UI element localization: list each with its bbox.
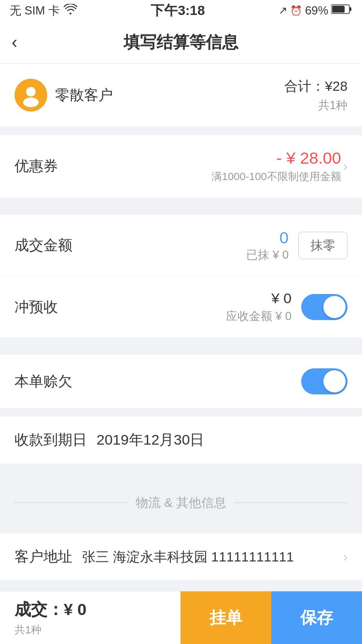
logistics-line-left <box>14 503 128 503</box>
no-sim-text: 无 SIM 卡 <box>10 3 60 18</box>
location-icon: ↗ <box>278 4 287 17</box>
coupon-amount: - ¥ 28.00 <box>211 149 341 168</box>
transaction-amount-value[interactable]: 0 <box>246 228 289 247</box>
total-amount: 合计：¥28 <box>284 77 348 96</box>
bottom-bar: 成交：¥ 0 共1种 挂单 保存 <box>0 591 362 644</box>
svg-rect-1 <box>349 7 351 11</box>
page-title: 填写结算等信息 <box>124 31 238 54</box>
bottom-summary: 成交：¥ 0 共1种 <box>0 599 181 637</box>
customer-left: 零散客户 <box>14 79 113 112</box>
coupon-row[interactable]: 优惠券 - ¥ 28.00 满1000-100不限制使用金额 › <box>0 135 362 197</box>
arrears-toggle[interactable] <box>301 368 348 394</box>
due-date-value: 2019年12月30日 <box>97 430 204 450</box>
status-left: 无 SIM 卡 <box>10 3 77 18</box>
gray-divider-1 <box>0 206 362 215</box>
gray-divider-3 <box>0 472 362 481</box>
status-time: 下午3:18 <box>151 1 205 20</box>
bottom-deal-text: 成交：¥ 0 <box>14 599 166 621</box>
arrears-row: 本单赊欠 <box>0 355 362 408</box>
toggle-knob <box>323 296 346 318</box>
logistics-label: 物流 & 其他信息 <box>136 494 226 511</box>
pre-receipt-label: 冲预收 <box>14 297 58 317</box>
already-rounded-text: 已抹 ¥ 0 <box>246 247 289 263</box>
transaction-amount-label: 成交金额 <box>14 236 72 255</box>
logistics-section: 物流 & 其他信息 <box>0 481 362 525</box>
customer-name: 零散客户 <box>55 85 113 105</box>
arrears-label: 本单赊欠 <box>14 372 72 392</box>
svg-point-3 <box>26 87 36 97</box>
alarm-icon: ⏰ <box>290 5 302 16</box>
logistics-line-right <box>234 503 348 503</box>
due-date-row: 收款到期日 2019年12月30日 <box>0 417 362 463</box>
transaction-amount-row: 成交金额 0 已抹 ¥ 0 抹零 <box>0 215 362 277</box>
svg-rect-2 <box>332 6 345 13</box>
save-button[interactable]: 保存 <box>271 591 362 644</box>
logistics-divider: 物流 & 其他信息 <box>14 494 348 511</box>
pre-receipt-amount: ¥ 0 <box>226 290 292 307</box>
address-chevron-icon: › <box>343 549 348 565</box>
bottom-deal-label: 成交： <box>14 600 64 618</box>
arrears-toggle-knob <box>323 370 346 392</box>
back-button[interactable]: ‹ <box>12 32 17 53</box>
pre-receipt-toggle[interactable] <box>301 294 348 320</box>
svg-point-4 <box>23 98 39 107</box>
pre-receipt-row: 冲预收 ¥ 0 应收金额 ¥ 0 <box>0 277 362 337</box>
customer-row: 零散客户 合计：¥28 共1种 <box>0 64 362 126</box>
bottom-deal-amount: ¥ 0 <box>64 600 86 618</box>
hold-button[interactable]: 挂单 <box>181 591 271 644</box>
avatar <box>14 79 47 112</box>
address-row[interactable]: 客户地址 张三 海淀永丰科技园 11111111111 › <box>0 533 362 580</box>
transaction-section: 成交金额 0 已抹 ¥ 0 抹零 冲预收 ¥ 0 应收金额 ¥ 0 <box>0 215 362 337</box>
address-value: 张三 海淀永丰科技园 11111111111 <box>82 548 334 566</box>
battery-icon <box>331 4 352 17</box>
status-right: ↗ ⏰ 69% <box>278 4 352 17</box>
wifi-icon <box>64 4 77 17</box>
round-button[interactable]: 抹零 <box>298 232 348 259</box>
coupon-desc: 满1000-100不限制使用金额 <box>211 169 341 184</box>
due-date-label: 收款到期日 <box>14 430 87 450</box>
receivable-text: 应收金额 ¥ 0 <box>226 308 292 324</box>
total-count: 共1种 <box>284 98 348 113</box>
address-label: 客户地址 <box>14 547 72 567</box>
coupon-chevron-icon: › <box>343 159 348 174</box>
nav-bar: ‹ 填写结算等信息 <box>0 21 362 64</box>
battery-text: 69% <box>305 4 328 17</box>
status-bar: 无 SIM 卡 下午3:18 ↗ ⏰ 69% <box>0 0 362 21</box>
bottom-count-text: 共1种 <box>14 623 166 637</box>
transaction-amount-right: 0 已抹 ¥ 0 抹零 <box>246 228 348 263</box>
customer-summary: 合计：¥28 共1种 <box>284 77 348 113</box>
coupon-label: 优惠券 <box>14 156 58 176</box>
gray-divider-2 <box>0 346 362 355</box>
